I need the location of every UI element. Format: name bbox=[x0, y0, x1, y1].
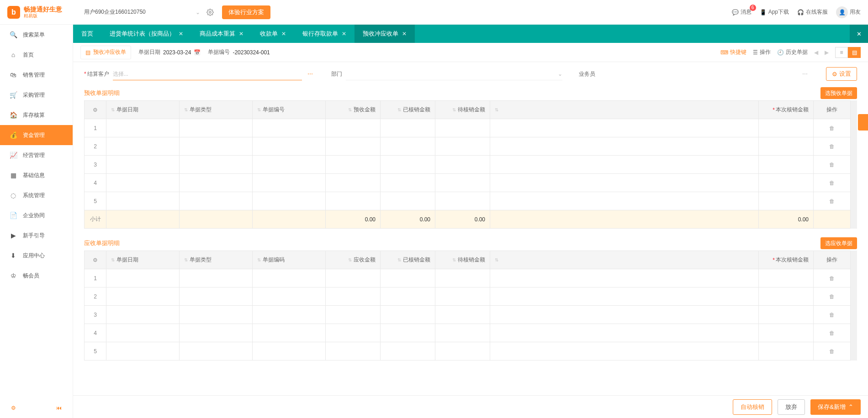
scrollbar[interactable] bbox=[851, 251, 857, 361]
close-icon[interactable]: ✕ bbox=[239, 31, 243, 37]
select-receivable-button[interactable]: 选应收单据 bbox=[820, 237, 857, 249]
sidebar-item-10[interactable]: ▶新手引导 bbox=[0, 225, 73, 246]
operate-button[interactable]: ☰操作 bbox=[753, 48, 771, 56]
delete-icon[interactable]: 🗑 bbox=[829, 125, 835, 131]
document-type-tab[interactable]: ▤ 预收冲应收单 bbox=[80, 46, 131, 59]
delete-icon[interactable]: 🗑 bbox=[829, 162, 835, 168]
column-settings-icon[interactable]: ⚙ bbox=[93, 257, 98, 263]
tab-4[interactable]: 银行存取款单✕ bbox=[294, 25, 355, 43]
sort-icon[interactable]: ⇅ bbox=[184, 258, 188, 262]
sales-select[interactable] bbox=[599, 68, 797, 80]
company-settings-icon[interactable] bbox=[204, 6, 217, 19]
sidebar-item-11[interactable]: ⬇应用中心 bbox=[0, 246, 73, 266]
view-list-button[interactable]: ≡ bbox=[835, 47, 848, 58]
sort-icon[interactable]: ⇅ bbox=[397, 258, 401, 262]
table-row[interactable]: 3🗑 bbox=[85, 306, 850, 324]
settings-button[interactable]: ⚙ 设置 bbox=[826, 67, 857, 81]
sidebar-item-label: 基础信息 bbox=[23, 172, 45, 179]
sidebar-item-3[interactable]: 🛒采购管理 bbox=[0, 85, 73, 105]
close-all-tabs-icon[interactable]: ✕ bbox=[850, 25, 868, 43]
sidebar-item-8[interactable]: ◌系统管理 bbox=[0, 185, 73, 205]
close-icon[interactable]: ✕ bbox=[342, 31, 346, 37]
customer-lookup-icon[interactable]: ⋯ bbox=[306, 71, 315, 77]
sort-icon[interactable]: ⇅ bbox=[257, 258, 261, 262]
view-card-button[interactable]: ▤ bbox=[848, 47, 861, 58]
sort-icon[interactable]: ⇅ bbox=[348, 258, 352, 262]
calendar-icon[interactable]: 📅 bbox=[194, 49, 201, 56]
sort-icon[interactable]: ⇅ bbox=[111, 258, 115, 262]
sort-icon[interactable]: ⇅ bbox=[111, 108, 115, 112]
table-row[interactable]: 5🗑 bbox=[85, 342, 850, 361]
delete-icon[interactable]: 🗑 bbox=[829, 275, 835, 282]
brand: b 畅捷通好生意 精易版 bbox=[7, 6, 80, 19]
sort-icon[interactable]: ⇅ bbox=[495, 108, 498, 112]
sidebar-item-5[interactable]: 💰资金管理 bbox=[0, 125, 73, 145]
discard-button[interactable]: 放弃 bbox=[778, 399, 805, 415]
online-service-button[interactable]: 🎧 在线客服 bbox=[797, 8, 828, 16]
messages-button[interactable]: 💬 消息 6 bbox=[732, 8, 752, 16]
sort-icon[interactable]: ⇅ bbox=[495, 258, 498, 262]
sidebar-item-6[interactable]: 📈经营管理 bbox=[0, 145, 73, 165]
close-icon[interactable]: ✕ bbox=[402, 31, 407, 37]
sort-icon[interactable]: ⇅ bbox=[452, 258, 456, 262]
table-row[interactable]: 2🗑 bbox=[85, 137, 850, 156]
doc-date-value[interactable]: 2023-03-24 bbox=[163, 49, 191, 56]
delete-icon[interactable]: 🗑 bbox=[829, 198, 835, 204]
dock-item[interactable] bbox=[858, 114, 868, 131]
tab-5[interactable]: 预收冲应收单✕ bbox=[355, 25, 415, 43]
sidebar-item-9[interactable]: 📄企业协同 bbox=[0, 205, 73, 225]
history-button[interactable]: 🕘历史单据 bbox=[777, 48, 808, 56]
app-download-button[interactable]: 📱 App下载 bbox=[760, 8, 789, 16]
form-row: *结算客户 ⋯ 部门 ⌄ 业务员 ⋯ ⚙ 设置 bbox=[73, 62, 868, 86]
sidebar-item-12[interactable]: ♔畅会员 bbox=[0, 266, 73, 286]
table-row[interactable]: 5🗑 bbox=[85, 192, 850, 210]
tab-2[interactable]: 商品成本重算✕ bbox=[191, 25, 252, 43]
next-doc-icon[interactable]: ▶ bbox=[825, 49, 829, 56]
shortcut-button[interactable]: ⌨快捷键 bbox=[720, 48, 746, 56]
gear-icon[interactable]: ⚙ bbox=[11, 405, 16, 411]
tab-3[interactable]: 收款单✕ bbox=[252, 25, 294, 43]
close-icon[interactable]: ✕ bbox=[179, 31, 183, 37]
sidebar-item-1[interactable]: ⌂首页 bbox=[0, 45, 73, 65]
sort-icon[interactable]: ⇅ bbox=[184, 108, 188, 112]
table-row[interactable]: 4🗑 bbox=[85, 324, 850, 342]
sort-icon[interactable]: ⇅ bbox=[452, 108, 456, 112]
delete-icon[interactable]: 🗑 bbox=[829, 180, 835, 186]
tab-0[interactable]: 首页 bbox=[73, 25, 101, 43]
sort-icon[interactable]: ⇅ bbox=[348, 108, 352, 112]
user-menu[interactable]: 👤 用友 bbox=[836, 6, 861, 18]
auto-writeoff-button[interactable]: 自动核销 bbox=[733, 399, 772, 415]
doc-date-field: 单据日期 2023-03-24 📅 bbox=[138, 48, 201, 56]
table-row[interactable]: 1🗑 bbox=[85, 269, 850, 287]
sales-lookup-icon[interactable]: ⋯ bbox=[800, 71, 810, 77]
save-add-button[interactable]: 保存&新增 ⌃ bbox=[810, 399, 861, 415]
column-settings-icon[interactable]: ⚙ bbox=[93, 107, 98, 113]
sort-icon[interactable]: ⇅ bbox=[257, 108, 261, 112]
sidebar-item-7[interactable]: ▦基础信息 bbox=[0, 165, 73, 185]
content: 首页进货单统计表（按商品）✕商品成本重算✕收款单✕银行存取款单✕预收冲应收单✕ … bbox=[73, 25, 868, 418]
collapse-icon[interactable]: ⏮ bbox=[56, 405, 62, 411]
close-icon[interactable]: ✕ bbox=[281, 31, 286, 37]
table-row[interactable]: 2🗑 bbox=[85, 287, 850, 306]
delete-icon[interactable]: 🗑 bbox=[829, 312, 835, 318]
tab-1[interactable]: 进货单统计表（按商品）✕ bbox=[101, 25, 191, 43]
delete-icon[interactable]: 🗑 bbox=[829, 330, 835, 336]
company-select[interactable]: 用户690企业1660120750 ⌄ bbox=[80, 6, 204, 19]
table-row[interactable]: 4🗑 bbox=[85, 174, 850, 192]
delete-icon[interactable]: 🗑 bbox=[829, 348, 835, 355]
scrollbar[interactable] bbox=[851, 100, 857, 229]
prev-doc-icon[interactable]: ◀ bbox=[814, 49, 818, 56]
trial-button[interactable]: 体验行业方案 bbox=[222, 5, 270, 19]
delete-icon[interactable]: 🗑 bbox=[829, 293, 835, 300]
sidebar-item-2[interactable]: 🛍销售管理 bbox=[0, 65, 73, 85]
sidebar-item-4[interactable]: 🏠库存核算 bbox=[0, 105, 73, 125]
select-prepay-button[interactable]: 选预收单据 bbox=[820, 87, 857, 99]
dept-select[interactable]: ⌄ bbox=[346, 68, 562, 80]
customer-input[interactable] bbox=[113, 68, 302, 80]
delete-icon[interactable]: 🗑 bbox=[829, 143, 835, 150]
table-row[interactable]: 3🗑 bbox=[85, 156, 850, 174]
tab-label: 进货单统计表（按商品） bbox=[110, 30, 175, 38]
table-row[interactable]: 1🗑 bbox=[85, 119, 850, 137]
sidebar-item-0[interactable]: 🔍搜索菜单 bbox=[0, 25, 73, 45]
sort-icon[interactable]: ⇅ bbox=[397, 108, 401, 112]
